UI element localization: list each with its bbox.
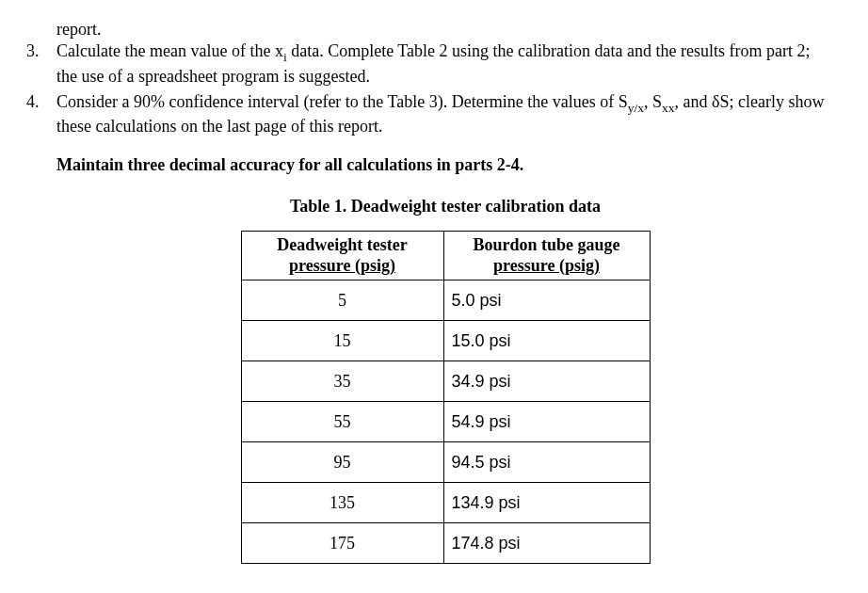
item-number: 4. — [26, 91, 56, 138]
cell-bourdon: 134.9 psi — [443, 483, 650, 523]
calibration-table: Deadweight tester pressure (psig) Bourdo… — [241, 231, 651, 564]
table-row: 175 174.8 psi — [241, 523, 650, 564]
cell-bourdon: 54.9 psi — [443, 402, 650, 442]
cell-deadweight: 15 — [241, 321, 443, 361]
item-text: Calculate the mean value of the xi data.… — [56, 40, 834, 88]
list-item: 4. Consider a 90% confidence interval (r… — [56, 91, 834, 138]
table-row: 95 94.5 psi — [241, 442, 650, 483]
header-text: pressure (psig) — [493, 256, 600, 275]
cell-deadweight: 95 — [241, 442, 443, 483]
item-number: 3. — [26, 40, 56, 88]
cell-bourdon: 34.9 psi — [443, 361, 650, 402]
cell-deadweight: 5 — [241, 280, 443, 321]
table-body: 5 5.0 psi 15 15.0 psi 35 34.9 psi 55 54.… — [241, 280, 650, 564]
table-header-row: Deadweight tester pressure (psig) Bourdo… — [241, 232, 650, 280]
cell-bourdon: 174.8 psi — [443, 523, 650, 564]
table-row: 55 54.9 psi — [241, 402, 650, 442]
cell-bourdon: 94.5 psi — [443, 442, 650, 483]
col-header-bourdon: Bourdon tube gauge pressure (psig) — [443, 232, 650, 280]
table-row: 135 134.9 psi — [241, 483, 650, 523]
bold-instruction: Maintain three decimal accuracy for all … — [56, 154, 834, 176]
col-header-deadweight: Deadweight tester pressure (psig) — [241, 232, 443, 280]
header-text: pressure (psig) — [289, 256, 395, 275]
truncated-line: report. — [26, 19, 834, 40]
cell-deadweight: 35 — [241, 361, 443, 402]
table-row: 35 34.9 psi — [241, 361, 650, 402]
cell-bourdon: 5.0 psi — [443, 280, 650, 321]
cell-deadweight: 135 — [241, 483, 443, 523]
cell-deadweight: 55 — [241, 402, 443, 442]
table-caption: Table 1. Deadweight tester calibration d… — [56, 196, 834, 217]
header-text: Deadweight tester — [277, 235, 407, 254]
item-text: Consider a 90% confidence interval (refe… — [56, 91, 834, 138]
cell-bourdon: 15.0 psi — [443, 321, 650, 361]
list-item: 3. Calculate the mean value of the xi da… — [56, 40, 834, 88]
table-row: 5 5.0 psi — [241, 280, 650, 321]
table-row: 15 15.0 psi — [241, 321, 650, 361]
cell-deadweight: 175 — [241, 523, 443, 564]
header-text: Bourdon tube gauge — [473, 235, 619, 254]
